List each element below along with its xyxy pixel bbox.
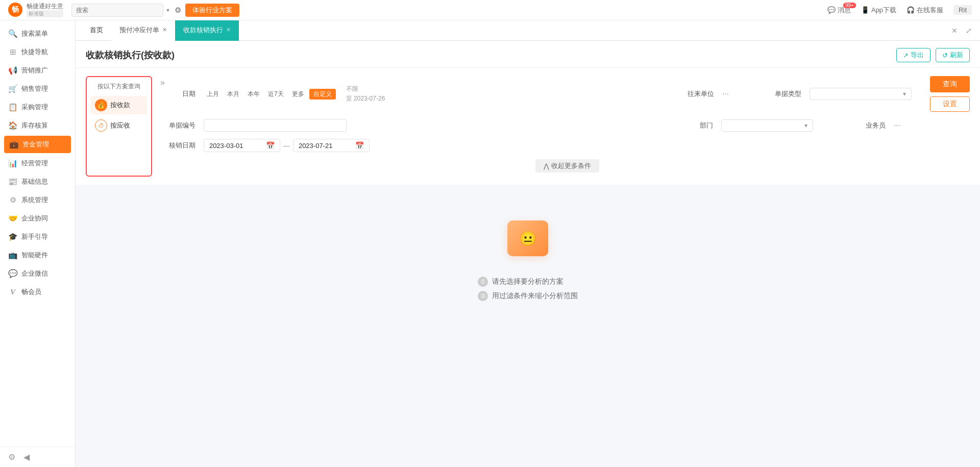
sidebar-label-wechat: 企业微信 xyxy=(21,269,48,278)
sidebar-label-sales: 销售管理 xyxy=(21,84,48,93)
content-area: 首页 预付冲应付单 ✕ 收款核销执行 ✕ ✕ ⤢ 收款核销执行(按收款) xyxy=(76,20,980,467)
counterparty-label: 往来单位 xyxy=(678,89,714,99)
sidebar-item-marketing[interactable]: 📢 营销推广 xyxy=(0,61,75,80)
sidebar-label-inventory: 库存核算 xyxy=(21,121,48,130)
date-btn-last-month[interactable]: 上月 xyxy=(204,89,222,100)
app-download-button[interactable]: 📱 App下载 xyxy=(861,6,896,15)
sidebar-item-shortcut[interactable]: ⊞ 快捷导航 xyxy=(0,43,75,61)
app-name: 畅捷通好生意 xyxy=(27,3,63,10)
empty-state: 😐 ① 请先选择要分析的方案 ② 用过滤条件来缩小分析范围 xyxy=(76,185,980,322)
filter-section: 按以下方案查询 💰 按收款 ⏱ 按应收 » 日期 xyxy=(76,68,980,185)
voucher-no-label: 单据编号 xyxy=(165,121,195,130)
search-area: ▾ ⚙ xyxy=(71,4,181,17)
logo-area: 畅 畅捷通好生意 标准版 xyxy=(8,3,63,17)
counterparty-input[interactable]: ··· xyxy=(722,89,729,99)
sidebar-label-enterprise: 企业协同 xyxy=(21,214,48,223)
writeoff-date-end-input[interactable]: 2023-07-21 📅 xyxy=(293,139,370,152)
hint-num-1: ① xyxy=(478,277,488,287)
settings-icon[interactable]: ⚙ xyxy=(8,452,15,462)
sidebar-item-guide[interactable]: 🎓 新手引导 xyxy=(0,228,75,246)
online-service-button[interactable]: 🎧 在线客服 xyxy=(906,6,943,15)
date-btn-this-year[interactable]: 本年 xyxy=(244,89,263,100)
expand-icon[interactable]: ⤢ xyxy=(964,24,974,37)
collapse-sidebar-icon[interactable]: ◀ xyxy=(23,452,30,462)
sidebar-item-inventory[interactable]: 🏠 库存核算 xyxy=(0,116,75,135)
sidebar-item-enterprise[interactable]: 🤝 企业协同 xyxy=(0,209,75,228)
sidebar-item-business[interactable]: 📊 经营管理 xyxy=(0,154,75,173)
hint-text-1: 请先选择要分析的方案 xyxy=(492,277,564,286)
main-layout: 🔍 搜索菜单 ⊞ 快捷导航 📢 营销推广 🛒 销售管理 📋 采购管理 🏠 xyxy=(0,20,980,467)
sidebar-label-business: 经营管理 xyxy=(21,159,48,168)
panel-collapse-icon[interactable]: » xyxy=(160,78,165,87)
query-type-receipt-label: 按收款 xyxy=(110,101,130,110)
calendar-end-icon: 📅 xyxy=(355,141,364,150)
dept-arrow-icon: ▾ xyxy=(804,122,807,129)
date-btn-more[interactable]: 更多 xyxy=(289,89,307,100)
sidebar-label-finance: 资金管理 xyxy=(22,140,49,149)
message-icon: 💬 xyxy=(827,6,836,14)
setting-button[interactable]: 设置 xyxy=(930,96,970,112)
voucher-type-select[interactable]: ▾ xyxy=(810,88,912,100)
filter-row-2: 单据编号 部门 ▾ 业务员 ··· xyxy=(165,119,970,132)
date-btn-custom[interactable]: 自定义 xyxy=(309,89,336,100)
voucher-no-input[interactable] xyxy=(204,119,347,132)
sidebar-item-basic[interactable]: 📰 基础信息 xyxy=(0,173,75,191)
search-input[interactable] xyxy=(71,4,163,17)
query-button[interactable]: 查询 xyxy=(930,76,970,92)
export-button[interactable]: ↗ 导出 xyxy=(896,48,930,62)
date-label: 日期 xyxy=(165,89,195,99)
tab-collection[interactable]: 收款核销执行 ✕ xyxy=(175,20,239,41)
tab-prepay-close[interactable]: ✕ xyxy=(162,27,167,33)
sidebar: 🔍 搜索菜单 ⊞ 快捷导航 📢 营销推广 🛒 销售管理 📋 采购管理 🏠 xyxy=(0,20,76,467)
staff-label: 业务员 xyxy=(850,121,886,130)
filter-row-3: 核销日期 2023-03-01 📅 — 2023-07-21 📅 xyxy=(165,139,970,152)
writeoff-date-range: 2023-03-01 📅 — 2023-07-21 📅 xyxy=(204,139,370,152)
sidebar-label-marketing: 营销推广 xyxy=(21,66,48,75)
query-type-receipt[interactable]: 💰 按收款 xyxy=(91,96,147,114)
inventory-icon: 🏠 xyxy=(8,121,17,130)
sidebar-label-hardware: 智能硬件 xyxy=(21,251,48,260)
scheme-button[interactable]: 体验行业方案 xyxy=(185,4,239,17)
date-btn-this-month[interactable]: 本月 xyxy=(224,89,242,100)
sidebar-bottom: ⚙ ◀ xyxy=(0,447,75,467)
sidebar-item-system[interactable]: ⚙ 系统管理 xyxy=(0,191,75,209)
date-btn-7days[interactable]: 近7天 xyxy=(265,89,287,100)
query-type-receivable-label: 按应收 xyxy=(110,121,130,130)
message-button[interactable]: 💬 消息 99+ xyxy=(827,6,851,15)
refresh-button[interactable]: ↺ 刷新 xyxy=(936,48,970,62)
finance-icon: 💼 xyxy=(9,140,18,149)
dept-select[interactable]: ▾ xyxy=(721,119,813,132)
sidebar-item-search[interactable]: 🔍 搜索菜单 xyxy=(0,24,75,43)
tab-collection-close[interactable]: ✕ xyxy=(226,27,231,33)
tab-bar: 首页 预付冲应付单 ✕ 收款核销执行 ✕ ✕ ⤢ xyxy=(76,20,980,41)
writeoff-date-start-input[interactable]: 2023-03-01 📅 xyxy=(204,139,280,152)
service-icon: 🎧 xyxy=(906,6,915,14)
query-type-panel: 按以下方案查询 💰 按收款 ⏱ 按应收 xyxy=(86,76,152,177)
empty-face-icon: 😐 xyxy=(519,230,537,247)
tab-home[interactable]: 首页 xyxy=(82,20,111,41)
sidebar-item-hardware[interactable]: 📺 智能硬件 xyxy=(0,246,75,264)
tab-home-label: 首页 xyxy=(90,26,103,35)
filter-row-1: 日期 上月 本月 本年 近7天 更多 自定义 不限 至 2023-07-26 xyxy=(165,76,970,112)
sidebar-item-purchase[interactable]: 📋 采购管理 xyxy=(0,98,75,116)
sidebar-item-wechat[interactable]: 💬 企业微信 xyxy=(0,264,75,283)
sidebar-nav: 🔍 搜索菜单 ⊞ 快捷导航 📢 营销推广 🛒 销售管理 📋 采购管理 🏠 xyxy=(0,20,75,447)
close-tab-icon[interactable]: ✕ xyxy=(949,24,960,37)
app-logo: 畅 xyxy=(8,3,22,17)
query-type-receivable[interactable]: ⏱ 按应收 xyxy=(91,116,147,135)
sidebar-item-sales[interactable]: 🛒 销售管理 xyxy=(0,80,75,98)
sidebar-item-member[interactable]: V 畅会员 xyxy=(0,283,75,301)
sidebar-label-search: 搜索菜单 xyxy=(21,29,48,38)
writeoff-start-value: 2023-03-01 xyxy=(209,142,264,150)
voucher-type-label: 单据类型 xyxy=(766,89,801,99)
empty-hint-2: ② 用过滤条件来缩小分析范围 xyxy=(478,291,578,301)
empty-box: 😐 xyxy=(507,220,548,256)
empty-hint-1: ① 请先选择要分析的方案 xyxy=(478,277,578,287)
chevron-down-icon[interactable]: ▾ xyxy=(166,7,169,14)
sidebar-item-finance[interactable]: 💼 资金管理 xyxy=(4,136,71,153)
staff-input[interactable]: ··· xyxy=(894,121,900,130)
user-avatar[interactable]: Rit xyxy=(953,5,972,15)
tab-prepay[interactable]: 预付冲应付单 ✕ xyxy=(111,20,175,41)
gear-icon[interactable]: ⚙ xyxy=(175,6,181,15)
collapse-more-button[interactable]: ⋀ 收起更多条件 xyxy=(535,159,599,173)
